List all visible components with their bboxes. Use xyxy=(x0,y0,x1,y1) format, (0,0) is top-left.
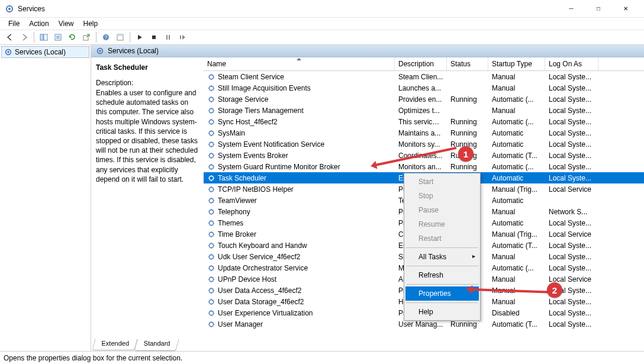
svg-point-30 xyxy=(210,176,214,180)
service-row[interactable]: Storage Tiers ManagementOptimizes t...Ma… xyxy=(204,105,644,116)
service-name-cell: UPnP Device Host xyxy=(204,275,395,284)
forward-button[interactable] xyxy=(18,31,31,44)
service-startup-cell: Manual xyxy=(488,298,545,306)
context-item-stop: Stop xyxy=(405,189,479,203)
export-button[interactable] xyxy=(80,31,93,44)
service-name-cell: Storage Tiers Management xyxy=(204,107,395,115)
svg-point-29 xyxy=(210,165,214,169)
gear-icon xyxy=(207,84,215,92)
gear-icon xyxy=(207,208,215,216)
tab-extended[interactable]: Extended xyxy=(92,339,138,350)
context-item-refresh[interactable]: Refresh xyxy=(405,268,479,282)
context-menu: StartStopPauseResumeRestartAll TasksRefr… xyxy=(404,173,481,321)
service-startup-cell: Manual xyxy=(488,107,545,115)
content-area: Task Scheduler Description: Enables a us… xyxy=(91,57,644,339)
close-button[interactable]: ✕ xyxy=(612,0,639,18)
gear-icon xyxy=(207,152,215,160)
service-desc-cell: Provides en... xyxy=(395,95,447,104)
service-startup-cell: Automatic (... xyxy=(488,95,545,104)
gear-icon xyxy=(207,129,215,137)
context-item-help[interactable]: Help xyxy=(405,305,479,319)
service-desc-cell: Maintains a... xyxy=(395,129,447,137)
properties-button[interactable] xyxy=(51,31,65,44)
show-hide-tree-button[interactable] xyxy=(37,31,50,44)
service-logon-cell: Local Syste... xyxy=(545,140,598,149)
column-logon[interactable]: Log On As xyxy=(545,57,598,70)
restart-service-button[interactable] xyxy=(176,31,189,44)
status-bar: Opens the properties dialog box for the … xyxy=(0,351,644,364)
right-pane: Services (Local) Task Scheduler Descript… xyxy=(91,45,644,351)
svg-point-21 xyxy=(210,75,214,79)
service-logon-cell: Local Service xyxy=(545,185,598,194)
service-row[interactable]: System Event Notification ServiceMonitor… xyxy=(204,138,644,150)
service-startup-cell: Automatic (T... xyxy=(488,320,545,328)
menu-file[interactable]: File xyxy=(4,18,24,29)
services-icon xyxy=(96,47,104,55)
service-name-cell: Telephony xyxy=(204,208,395,216)
svg-point-36 xyxy=(210,243,214,247)
service-row[interactable]: Still Image Acquisition EventsLaunches a… xyxy=(204,82,644,94)
menu-action[interactable]: Action xyxy=(24,18,53,29)
service-status-cell: Running xyxy=(447,118,488,126)
status-text: Opens the properties dialog box for the … xyxy=(4,354,182,362)
menu-view[interactable]: View xyxy=(54,18,79,29)
service-row[interactable]: SysMainMaintains a...RunningAutomaticLoc… xyxy=(204,127,644,138)
context-item-all-tasks[interactable]: All Tasks xyxy=(405,250,479,264)
context-separator xyxy=(406,302,478,303)
service-name-cell: SysMain xyxy=(204,129,395,137)
gear-icon xyxy=(207,107,215,115)
svg-rect-2 xyxy=(40,34,43,40)
column-description[interactable]: Description xyxy=(395,57,447,70)
gear-icon xyxy=(207,241,215,250)
pane-header: Services (Local) xyxy=(91,45,644,57)
service-startup-cell: Manual (Trig... xyxy=(488,230,545,239)
svg-rect-15 xyxy=(169,35,170,40)
detail-description: Enables a user to configure and schedule… xyxy=(96,88,199,184)
service-row[interactable]: Sync Host_4f6ecf2This service ...Running… xyxy=(204,116,644,127)
service-logon-cell: Local Syste... xyxy=(545,129,598,137)
context-separator xyxy=(406,266,478,266)
context-item-restart: Restart xyxy=(405,231,479,246)
stop-service-button[interactable] xyxy=(147,31,160,44)
menu-help[interactable]: Help xyxy=(79,18,103,29)
service-startup-cell: Automatic (T... xyxy=(488,241,545,250)
gear-icon xyxy=(207,253,215,261)
service-row[interactable]: Steam Client ServiceSteam Clien...Manual… xyxy=(204,71,644,82)
svg-point-33 xyxy=(210,210,214,214)
toolbar-separator xyxy=(96,32,96,43)
service-logon-cell: Local Syste... xyxy=(545,219,598,227)
svg-point-40 xyxy=(210,288,214,292)
refresh-button[interactable] xyxy=(66,31,79,44)
tab-standard[interactable]: Standard xyxy=(134,339,179,351)
detail-pane: Task Scheduler Description: Enables a us… xyxy=(91,57,204,339)
list-header: Name Description Status Startup Type Log… xyxy=(204,57,644,71)
action-pane-button[interactable] xyxy=(114,31,127,44)
pause-service-button[interactable] xyxy=(162,31,175,44)
service-startup-cell: Automatic xyxy=(488,197,545,205)
column-name[interactable]: Name xyxy=(204,57,395,70)
service-name-cell: Udk User Service_4f6ecf2 xyxy=(204,253,395,261)
service-startup-cell: Automatic (... xyxy=(488,264,545,272)
service-logon-cell: Local Syste... xyxy=(545,73,598,81)
service-row[interactable]: Storage ServiceProvides en...RunningAuto… xyxy=(204,94,644,105)
gear-icon xyxy=(207,95,215,104)
help-button[interactable]: ? xyxy=(99,31,112,44)
service-desc-cell: This service ... xyxy=(395,118,447,126)
start-service-button[interactable] xyxy=(133,31,146,44)
minimize-button[interactable]: ─ xyxy=(558,0,585,18)
service-startup-cell: Disabled xyxy=(488,309,545,317)
service-logon-cell: Local Syste... xyxy=(545,84,598,92)
toolbar-separator xyxy=(34,32,34,43)
back-button[interactable] xyxy=(4,31,17,44)
column-startup[interactable]: Startup Type xyxy=(488,57,545,70)
service-name-cell: TCP/IP NetBIOS Helper xyxy=(204,185,395,194)
service-startup-cell: Automatic xyxy=(488,219,545,227)
service-row[interactable]: System Guard Runtime Monitor BrokerMonit… xyxy=(204,161,644,172)
maximize-button[interactable]: □ xyxy=(585,0,612,18)
tree-root-node[interactable]: Services (Local) xyxy=(1,46,89,58)
gear-icon xyxy=(207,197,215,205)
service-name-cell: System Guard Runtime Monitor Broker xyxy=(204,163,395,171)
service-name-cell: Steam Client Service xyxy=(204,73,395,81)
column-status[interactable]: Status xyxy=(447,57,488,70)
svg-point-23 xyxy=(210,97,214,101)
